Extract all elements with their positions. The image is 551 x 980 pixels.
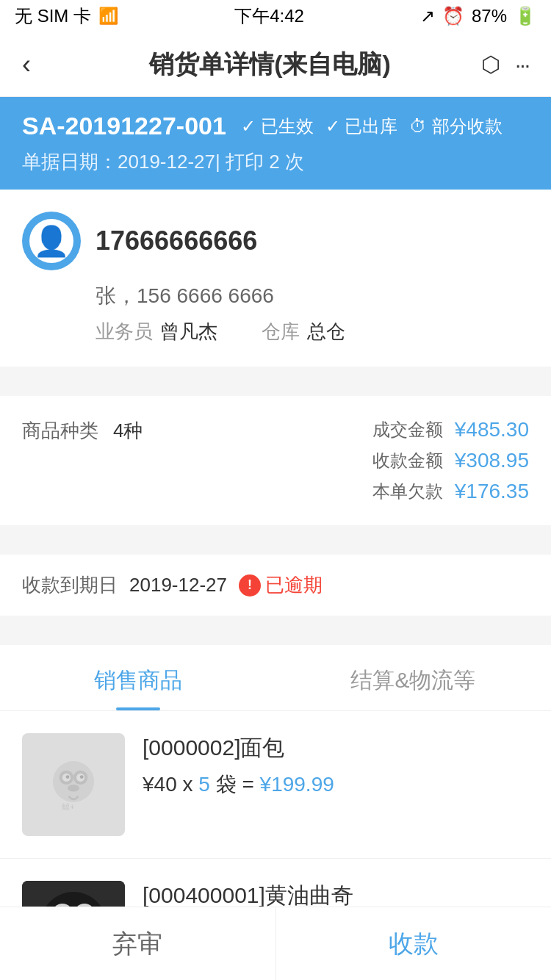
- svg-point-7: [68, 785, 79, 792]
- print-info: | 打印 2 次: [215, 151, 304, 173]
- customer-name-phone: 张，156 6666 6666: [96, 282, 529, 310]
- sales-name: 曾凡杰: [160, 319, 217, 345]
- battery-text: 87%: [472, 6, 507, 26]
- price-x: x: [183, 773, 199, 796]
- sales-label: 业务员: [96, 319, 153, 345]
- back-button[interactable]: ‹: [22, 49, 59, 80]
- due-date: 2019-12-27: [129, 574, 227, 597]
- overdue-icon: !: [239, 574, 261, 597]
- status-shipped: ✓ 已出库: [325, 115, 398, 138]
- svg-point-0: [53, 761, 94, 802]
- deal-amount-line: 成交金额 ¥485.30: [372, 418, 529, 442]
- payment-due-section: 收款到期日 2019-12-27 ! 已逾期: [0, 555, 551, 616]
- customer-meta: 业务员 曾凡杰 仓库 总仓: [96, 319, 529, 345]
- status-left: 无 SIM 卡 📶: [15, 4, 118, 28]
- product-types-label: 商品种类: [22, 418, 98, 444]
- status-partial: ⏱ 部分收款: [409, 115, 503, 138]
- battery-icon: 🔋: [514, 6, 536, 26]
- product-price-bread: ¥40 x 5 袋 = ¥199.99: [143, 771, 529, 799]
- person-icon: 👤: [33, 224, 70, 259]
- carrier-text: 无 SIM 卡: [15, 4, 91, 28]
- owl-placeholder-icon: 鲸+: [44, 755, 103, 814]
- collect-payment-button[interactable]: 收款: [276, 907, 552, 980]
- status-right: ↗ ⏰ 87% 🔋: [420, 6, 536, 26]
- collected-value: ¥308.95: [455, 449, 529, 472]
- share-button[interactable]: ⬡: [481, 51, 500, 77]
- order-header: SA-20191227-001 ✓ 已生效 ✓ 已出库 ⏱ 部分收款 单据日期：…: [0, 97, 551, 190]
- sales-item: 业务员 曾凡杰: [96, 319, 217, 345]
- product-image-bread: 鲸+: [22, 733, 125, 836]
- order-date-line: 单据日期：2019-12-27| 打印 2 次: [22, 149, 529, 175]
- product-info-bread: [0000002]面包 ¥40 x 5 袋 = ¥199.99: [143, 733, 529, 799]
- separator-3: [0, 630, 551, 645]
- collected-line: 收款金额 ¥308.95: [372, 449, 529, 472]
- price-qty: 5: [198, 773, 210, 796]
- nav-bar: ‹ 销货单详情(来自电脑) ⬡ ···: [0, 32, 551, 97]
- product-tabs: 销售商品 结算&物流等: [0, 645, 551, 711]
- separator-2: [0, 540, 551, 555]
- price-eq: =: [242, 773, 259, 796]
- status-bar: 无 SIM 卡 📶 下午4:42 ↗ ⏰ 87% 🔋: [0, 0, 551, 32]
- bottom-bar: 弃审 收款: [0, 907, 551, 980]
- status-time: 下午4:42: [234, 4, 304, 28]
- stats-section: 商品种类 4种 成交金额 ¥485.30 收款金额 ¥308.95 本单欠款 ¥…: [0, 396, 551, 525]
- warehouse-name: 总仓: [307, 319, 345, 345]
- owed-label: 本单欠款: [372, 480, 443, 503]
- order-date: 2019-12-27: [118, 151, 215, 173]
- product-name-bread: [0000002]面包: [143, 733, 529, 763]
- overdue-text: 已逾期: [265, 572, 323, 598]
- status-badges: ✓ 已生效 ✓ 已出库 ⏱ 部分收款: [241, 115, 503, 138]
- price-total: ¥199.99: [260, 773, 334, 796]
- svg-text:鲸+: 鲸+: [62, 802, 75, 811]
- price-unit: ¥40: [143, 773, 177, 796]
- cancel-audit-button[interactable]: 弃审: [0, 907, 276, 980]
- warehouse-item: 仓库 总仓: [262, 319, 345, 345]
- svg-point-6: [80, 775, 84, 779]
- customer-section: 👤 17666666666 张，156 6666 6666 业务员 曾凡杰 仓库…: [0, 190, 551, 367]
- alarm-icon: ⏰: [442, 6, 464, 26]
- page-title: 销货单详情(来自电脑): [59, 48, 481, 82]
- price-unit-text: 袋: [216, 773, 237, 796]
- tab-sales-products[interactable]: 销售商品: [0, 645, 276, 710]
- wifi-icon: 📶: [98, 7, 118, 26]
- stats-right: 成交金额 ¥485.30 收款金额 ¥308.95 本单欠款 ¥176.35: [372, 418, 529, 503]
- product-item: 鲸+ [0000002]面包 ¥40 x 5 袋 = ¥199.99: [0, 711, 551, 859]
- svg-point-5: [66, 775, 70, 779]
- overdue-badge: ! 已逾期: [239, 572, 323, 598]
- avatar: 👤: [22, 212, 81, 270]
- deal-amount-value: ¥485.30: [455, 418, 529, 442]
- date-label: 单据日期：: [22, 151, 118, 173]
- separator-1: [0, 381, 551, 396]
- owed-value: ¥176.35: [455, 480, 529, 503]
- more-button[interactable]: ···: [515, 52, 529, 77]
- customer-phone: 17666666666: [96, 226, 257, 256]
- owed-line: 本单欠款 ¥176.35: [372, 480, 529, 503]
- collected-label: 收款金额: [372, 449, 443, 472]
- tab-settlement-logistics[interactable]: 结算&物流等: [276, 645, 551, 710]
- stats-left: 商品种类 4种: [22, 418, 143, 444]
- location-icon: ↗: [420, 6, 435, 26]
- due-label: 收款到期日: [22, 572, 118, 598]
- status-effective: ✓ 已生效: [241, 115, 314, 138]
- warehouse-label: 仓库: [262, 319, 300, 345]
- product-types-count: 4种: [113, 418, 143, 444]
- deal-amount-label: 成交金额: [372, 418, 443, 442]
- order-id: SA-20191227-001: [22, 112, 226, 140]
- nav-right-actions: ⬡ ···: [481, 51, 529, 77]
